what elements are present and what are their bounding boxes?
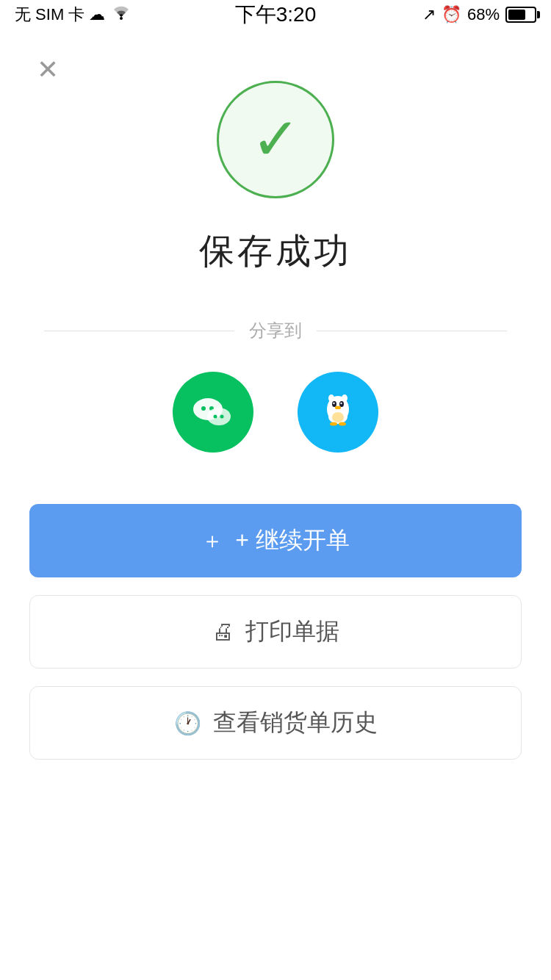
location-icon: ↗ xyxy=(422,5,436,24)
wechat-icon xyxy=(190,389,237,436)
action-buttons: ＋ + 继续开单 🖨 打印单据 🕐 查看销货单历史 xyxy=(0,504,551,760)
svg-point-17 xyxy=(339,422,346,426)
svg-point-15 xyxy=(332,412,344,422)
clock-icon: 🕐 xyxy=(174,710,201,736)
svg-point-6 xyxy=(220,414,223,418)
close-icon: ✕ xyxy=(37,57,59,83)
svg-point-0 xyxy=(120,17,123,20)
time-display: 下午3:20 xyxy=(235,1,317,29)
print-button[interactable]: 🖨 打印单据 xyxy=(29,595,522,669)
continue-button[interactable]: ＋ + 继续开单 xyxy=(29,504,522,577)
status-bar: 无 SIM 卡 ☁ 下午3:20 ↗ ⏰ 68% xyxy=(0,0,551,29)
qq-icon xyxy=(316,390,360,434)
svg-point-4 xyxy=(207,408,231,425)
battery-icon xyxy=(505,7,536,23)
success-title: 保存成功 xyxy=(199,228,352,275)
svg-point-5 xyxy=(213,414,217,418)
wifi-icon xyxy=(111,5,132,24)
status-right: ↗ ⏰ 68% xyxy=(422,5,536,24)
divider-left xyxy=(44,331,234,331)
svg-point-16 xyxy=(330,422,337,426)
divider-right xyxy=(317,331,507,331)
svg-point-13 xyxy=(335,406,341,410)
main-content: ✕ ✓ 保存成功 分享到 xyxy=(0,29,551,980)
svg-point-12 xyxy=(340,403,342,404)
continue-label: + 继续开单 xyxy=(235,525,350,557)
svg-point-18 xyxy=(328,394,334,402)
share-label: 分享到 xyxy=(234,319,317,342)
share-icons-row xyxy=(173,372,378,453)
history-button[interactable]: 🕐 查看销货单历史 xyxy=(29,686,522,760)
print-label: 打印单据 xyxy=(245,616,339,648)
status-left: 无 SIM 卡 ☁ xyxy=(15,4,132,26)
wechat-share-button[interactable] xyxy=(173,372,253,453)
close-button[interactable]: ✕ xyxy=(29,51,66,88)
battery-percent: 68% xyxy=(467,5,500,24)
share-divider: 分享到 xyxy=(0,319,551,342)
no-sim-label: 无 SIM 卡 ☁ xyxy=(15,4,105,26)
svg-point-2 xyxy=(201,406,206,411)
svg-point-19 xyxy=(342,394,347,402)
printer-icon: 🖨 xyxy=(212,619,234,644)
qq-share-button[interactable] xyxy=(298,372,378,453)
history-label: 查看销货单历史 xyxy=(213,707,378,739)
checkmark-icon: ✓ xyxy=(251,110,300,169)
svg-point-11 xyxy=(333,403,334,404)
success-circle: ✓ xyxy=(217,81,334,198)
plus-icon: ＋ xyxy=(201,526,223,556)
alarm-icon: ⏰ xyxy=(442,5,461,24)
